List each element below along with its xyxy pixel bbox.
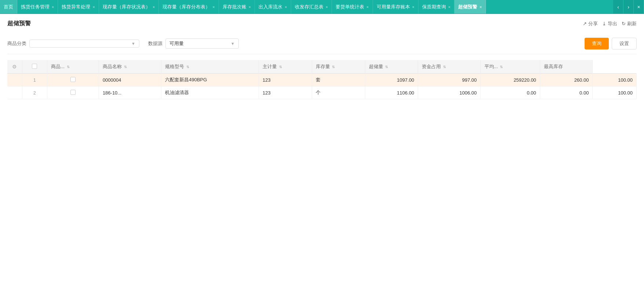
datasource-filter: 数据源 可用量 ▼ <box>148 38 239 49</box>
table-row: 2 186-10... 机油滤清器 123 个 1106.00 1006.00 … <box>7 86 637 99</box>
chevron-down-icon: ▼ <box>231 41 235 46</box>
share-button[interactable]: ↗ 分享 <box>583 21 598 27</box>
close-icon[interactable]: × <box>212 5 215 9</box>
row-capital: 259220.00 <box>480 74 540 86</box>
datasource-select[interactable]: 可用量 ▼ <box>165 38 239 49</box>
close-icon[interactable]: × <box>448 5 450 9</box>
row-checkbox-cell[interactable] <box>47 74 99 86</box>
col-unit: 主计量 ⇅ <box>259 60 312 74</box>
row-avg: 0.00 <box>540 86 593 99</box>
row-product-code: 186-10... <box>99 86 161 99</box>
sort-icon[interactable]: ⇅ <box>443 65 446 69</box>
nav-tab-inout-flow[interactable]: 出入库流水 × <box>255 0 291 14</box>
table-settings-header[interactable]: ⚙ <box>7 60 22 74</box>
settings-button[interactable]: 设置 <box>612 38 637 49</box>
filter-bar: 商品分类 ▼ 数据源 可用量 ▼ 查询 设置 <box>7 33 637 54</box>
col-max-stock: 最高库存 <box>540 60 593 74</box>
sort-icon[interactable]: ⇅ <box>67 65 70 69</box>
gear-icon[interactable]: ⚙ <box>12 64 17 70</box>
share-icon: ↗ <box>583 21 587 26</box>
export-icon: ⤓ <box>602 21 606 26</box>
row-over-stock: 1006.00 <box>418 86 480 99</box>
chevron-down-icon: ▼ <box>131 41 135 46</box>
col-product-name: 商品名称 ⇅ <box>99 60 161 74</box>
close-icon[interactable]: × <box>326 5 328 9</box>
nav-arrows: ‹ › × <box>613 0 644 14</box>
row-max-stock: 100.00 <box>593 86 637 99</box>
row-checkbox-cell[interactable] <box>47 86 99 99</box>
row-checkbox[interactable] <box>70 77 76 82</box>
nav-tab-stock-status[interactable]: 现存量（库存状况表） × <box>99 0 159 14</box>
row-spec: 123 <box>259 86 312 99</box>
nav-prev-button[interactable]: ‹ <box>613 0 623 14</box>
nav-tab-picking-task[interactable]: 拣货任务管理 × <box>17 0 58 14</box>
sort-icon[interactable]: ⇅ <box>279 65 282 69</box>
nav-tab-stock-dist[interactable]: 现存量（库存分布表） × <box>159 0 219 14</box>
query-button[interactable]: 查询 <box>585 38 609 49</box>
category-label: 商品分类 <box>7 40 26 47</box>
close-icon[interactable]: × <box>249 5 251 9</box>
row-over-stock: 997.00 <box>418 74 480 86</box>
col-spec: 规格型号 ⇅ <box>161 60 259 74</box>
row-unit: 个 <box>312 86 365 99</box>
nav-tab-home[interactable]: 首页 <box>0 0 17 14</box>
refresh-button[interactable]: ↻ 刷新 <box>622 21 637 27</box>
row-max-stock: 100.00 <box>593 74 637 86</box>
close-icon[interactable]: × <box>153 5 155 9</box>
category-filter: 商品分类 ▼ <box>7 40 139 48</box>
filter-actions: 查询 设置 <box>585 38 637 49</box>
sort-icon[interactable]: ⇅ <box>332 65 335 69</box>
sort-icon[interactable]: ⇅ <box>385 65 388 69</box>
row-product-name: 机油滤清器 <box>161 86 259 99</box>
datasource-label: 数据源 <box>148 40 162 47</box>
nav-tab-shelf-life[interactable]: 保质期查询 × <box>418 0 454 14</box>
sort-icon[interactable]: ⇅ <box>124 65 127 69</box>
sort-icon[interactable]: ⇅ <box>500 65 503 69</box>
row-index-cell: 2 <box>22 86 47 99</box>
page-content: 超储预警 ↗ 分享 ⤓ 导出 ↻ 刷新 商品分类 ▼ 数据源 <box>0 14 644 293</box>
row-stock: 1097.00 <box>365 74 418 86</box>
col-capital: 资金占用 ⇅ <box>418 60 480 74</box>
close-icon[interactable]: × <box>92 5 95 9</box>
col-stock: 库存量 ⇅ <box>312 60 365 74</box>
nav-tab-batch[interactable]: 库存批次账 × <box>219 0 255 14</box>
data-table: ⚙ 商品... ⇅ 商品名称 ⇅ 规格型号 ⇅ 主计量 <box>7 60 637 99</box>
datasource-value: 可用量 <box>169 40 184 47</box>
close-icon[interactable]: × <box>412 5 414 9</box>
row-index-cell: 1 <box>22 74 47 86</box>
row-settings-cell <box>7 86 22 99</box>
nav-close-button[interactable]: × <box>634 0 644 14</box>
table-checkbox-header[interactable] <box>22 60 47 74</box>
nav-next-button[interactable]: › <box>623 0 634 14</box>
row-avg: 260.00 <box>540 74 593 86</box>
row-checkbox[interactable] <box>70 90 76 95</box>
select-all-checkbox[interactable] <box>32 64 37 69</box>
nav-tab-summary[interactable]: 收发存汇总表 × <box>291 0 332 14</box>
nav-tab-available-stock[interactable]: 可用量库存账本 × <box>373 0 418 14</box>
sort-icon[interactable]: ⇅ <box>186 65 189 69</box>
row-settings-cell <box>7 74 22 86</box>
table-header-row: ⚙ 商品... ⇅ 商品名称 ⇅ 规格型号 ⇅ 主计量 <box>7 60 637 74</box>
page-header: 超储预警 ↗ 分享 ⤓ 导出 ↻ 刷新 <box>7 20 637 27</box>
close-icon[interactable]: × <box>479 5 482 9</box>
close-icon[interactable]: × <box>52 5 54 9</box>
row-capital: 0.00 <box>480 86 540 99</box>
table-row: 1 0000004 六配套新昌490BPG 123 套 1097.00 997.… <box>7 74 637 86</box>
row-product-name: 六配套新昌490BPG <box>161 74 259 86</box>
nav-tab-overstock[interactable]: 超储预警 × <box>454 0 486 14</box>
category-select[interactable]: ▼ <box>29 40 139 48</box>
export-button[interactable]: ⤓ 导出 <box>602 21 617 27</box>
col-product-code: 商品... ⇅ <box>47 60 99 74</box>
top-nav: 首页 拣货任务管理 × 拣货异常处理 × 现存量（库存状况表） × 现存量（库存… <box>0 0 644 14</box>
header-actions: ↗ 分享 ⤓ 导出 ↻ 刷新 <box>583 21 637 27</box>
col-over-stock: 超储量 ⇅ <box>365 60 418 74</box>
col-avg: 平均... ⇅ <box>480 60 540 74</box>
nav-tab-picking-exception[interactable]: 拣货异常处理 × <box>58 0 99 14</box>
nav-tab-order-stats[interactable]: 要货单统计表 × <box>332 0 373 14</box>
row-stock: 1106.00 <box>365 86 418 99</box>
refresh-icon: ↻ <box>622 21 626 26</box>
close-icon[interactable]: × <box>285 5 287 9</box>
row-product-code: 0000004 <box>99 74 161 86</box>
close-icon[interactable]: × <box>366 5 369 9</box>
row-unit: 套 <box>312 74 365 86</box>
